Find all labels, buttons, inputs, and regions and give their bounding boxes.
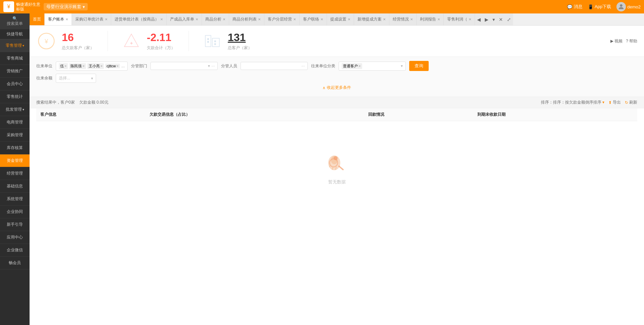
tab-profit-report[interactable]: 利润报告 ✕ — [417, 13, 444, 26]
data-table: 客户信息 欠款交易信息（占比） 回款情况 到期未收款日期 — [36, 108, 637, 121]
tab-customer-contact[interactable]: 客户联络 ✕ — [300, 13, 327, 26]
refresh-button[interactable]: ↻ 刷新 — [625, 100, 637, 105]
svg-text:✦: ✦ — [129, 40, 134, 46]
stat-debt-total: ✦ -2.11 欠款合计（万） — [121, 31, 189, 51]
help-link[interactable]: ? 帮助 — [626, 38, 637, 44]
app-download-button[interactable]: 📱 App下载 — [588, 4, 611, 10]
sidebar-item-finance[interactable]: 资金管理 — [0, 154, 30, 167]
tab-retail-profit[interactable]: 零售利润（ ✕ — [444, 13, 475, 26]
sidebar-quick-nav[interactable]: 快捷导航 — [0, 29, 30, 39]
sidebar-item-retail[interactable]: 零售管理 ▾ — [0, 39, 30, 52]
unit-category-filter-select[interactable]: 普通客户 × ▾ — [339, 62, 406, 71]
tab-promotion-settings[interactable]: 提成设置 ✕ — [327, 13, 354, 26]
tab-nav-close-all[interactable]: ✕ — [497, 13, 505, 26]
tab-nav-right[interactable]: ▶ — [483, 13, 490, 26]
tab-close-retail-profit[interactable]: ✕ — [469, 17, 471, 21]
tab-close-product-analysis[interactable]: ✕ — [223, 17, 225, 21]
tab-close-add-promotion[interactable]: ✕ — [383, 17, 386, 21]
sidebar-item-new-guide[interactable]: 新手引导 — [0, 218, 30, 231]
sidebar: 🔍 搜索菜单 快捷导航 零售管理 ▾ 零售商城 营销推广 会员中心 — [0, 13, 30, 325]
debt-label: 欠款合计（万） — [147, 45, 175, 51]
main-layout: 🔍 搜索菜单 快捷导航 零售管理 ▾ 零售商城 营销推广 会员中心 — [0, 13, 644, 325]
sidebar-item-inventory[interactable]: 库存核算 — [0, 142, 30, 154]
user-menu[interactable]: demo2 — [616, 2, 641, 11]
unit-tag-wang-close[interactable]: × — [100, 64, 102, 68]
sidebar-item-wholesale[interactable]: 批发管理 ▾ — [0, 103, 30, 116]
sidebar-item-vip-member[interactable]: 畅会员 — [0, 257, 30, 269]
tab-home[interactable]: 首页 — [30, 13, 45, 26]
tab-nav-menu[interactable]: ▾ — [490, 13, 497, 26]
unit-tags-more[interactable]: ... — [121, 64, 125, 68]
tab-customer-segment[interactable]: 客户分层经营 ✕ — [264, 13, 300, 26]
unit-filter-select[interactable]: 伍 × 陈民强 × 王小亮 × cjttcw × ... — [56, 62, 128, 71]
tab-close-operation-status[interactable]: ✕ — [410, 17, 413, 21]
person-filter-input[interactable] — [244, 64, 300, 68]
sidebar-item-retail-mall[interactable]: 零售商城 — [0, 52, 30, 65]
sidebar-item-purchase[interactable]: 采购管理 — [0, 129, 30, 142]
sidebar-search[interactable]: 🔍 搜索菜单 — [0, 13, 30, 29]
more-options-icon2: ··· — [301, 64, 305, 68]
tab-close-inbound-stats[interactable]: ✕ — [160, 17, 163, 21]
person-filter-select[interactable]: ··· — [241, 62, 308, 70]
empty-state: 暂无数据 — [36, 121, 637, 212]
tab-operation-status[interactable]: 经营情况 ✕ — [389, 13, 417, 26]
message-button[interactable]: 💬 消息 — [567, 4, 583, 10]
unit-tag-chen: 陈民强 × — [69, 63, 86, 69]
department-filter-select[interactable]: ▾ ··· — [151, 62, 218, 70]
tab-product-analysis[interactable]: 商品分析 ✕ — [202, 13, 229, 26]
tab-bar: 首页 客户账本 ✕ 采购订单统计表 ✕ 进货单统计表（按商品） ✕ 产成品入库单… — [30, 13, 644, 26]
unit-tag-chen-close[interactable]: × — [82, 64, 84, 68]
tab-close-product-inbound[interactable]: ✕ — [196, 17, 198, 21]
sidebar-item-ecommerce[interactable]: 电商管理 — [0, 116, 30, 129]
department-filter-input[interactable] — [154, 64, 207, 68]
debt-value: -2.11 — [147, 31, 175, 44]
export-button[interactable]: ⬆ 导出 — [608, 100, 621, 105]
tab-close-product-analysis-list[interactable]: ✕ — [258, 17, 261, 21]
tab-inbound-stats[interactable]: 进货单统计表（按商品） ✕ — [111, 13, 167, 26]
top-bar: ¥ 畅捷通好生意 标版 母婴行业演示账套 ▾ 💬 消息 📱 App下载 — [0, 0, 644, 13]
avatar — [616, 2, 626, 11]
stat-debtor-info: 16 总欠款客户（家） — [62, 31, 94, 51]
tab-close-purchase-order[interactable]: ✕ — [105, 17, 108, 21]
stat-debt-info: -2.11 欠款合计（万） — [147, 31, 175, 51]
tab-close-customer-contact[interactable]: ✕ — [320, 17, 323, 21]
sidebar-item-enterprise-wechat[interactable]: 企业微信 — [0, 244, 30, 257]
unit-tag-wu-close[interactable]: × — [65, 64, 67, 68]
page-content: ¥ 16 总欠款客户（家） ✦ — [30, 26, 644, 325]
unit-tag-cjttcw-close[interactable]: × — [117, 64, 119, 68]
sidebar-item-retail-stats[interactable]: 零售统计 — [0, 91, 30, 103]
sidebar-item-basic-info[interactable]: 基础信息 — [0, 180, 30, 193]
collapse-button[interactable]: ∧ 收起更多条件 — [323, 85, 351, 91]
chevron-up-icon: ∧ — [323, 85, 326, 90]
tab-add-promotion[interactable]: 新增提成方案 ✕ — [354, 13, 389, 26]
chevron-down-icon: ▾ — [208, 64, 210, 68]
department-filter-label: 分管部门 — [131, 63, 147, 69]
tab-product-inbound[interactable]: 产成品入库单 ✕ — [167, 13, 202, 26]
tab-product-analysis-list[interactable]: 商品分析列表 ✕ — [229, 13, 264, 26]
sidebar-item-operation[interactable]: 经营管理 — [0, 167, 30, 180]
sort-chevron-icon: ▾ — [602, 100, 604, 105]
sidebar-item-system[interactable]: 系统管理 — [0, 193, 30, 206]
tab-close-customer-segment[interactable]: ✕ — [293, 17, 296, 21]
tab-close-promotion-settings[interactable]: ✕ — [348, 17, 350, 21]
empty-icon — [324, 148, 350, 175]
sidebar-item-enterprise-collab[interactable]: 企业协同 — [0, 206, 30, 218]
tab-nav-left[interactable]: ◀ — [475, 13, 483, 26]
video-link[interactable]: ▶ 视频 — [610, 38, 622, 44]
store-selector[interactable]: 母婴行业演示账套 ▾ — [44, 3, 88, 10]
remaining-filter-select[interactable]: 选择... ▾ — [56, 74, 96, 83]
sidebar-item-member[interactable]: 会员中心 — [0, 78, 30, 91]
query-button[interactable]: 查询 — [409, 61, 429, 71]
unit-category-tag-close[interactable]: × — [358, 64, 360, 68]
app-container: ¥ 畅捷通好生意 标版 母婴行业演示账套 ▾ 💬 消息 📱 App下载 — [0, 0, 644, 325]
sidebar-item-marketing[interactable]: 营销推广 — [0, 65, 30, 78]
debt-total-icon: ✦ — [121, 31, 141, 51]
collapse-row: ∧ 收起更多条件 — [36, 83, 637, 93]
tab-close-customer-account[interactable]: ✕ — [66, 17, 68, 21]
tab-close-profit-report[interactable]: ✕ — [437, 17, 440, 21]
tab-customer-account[interactable]: 客户账本 ✕ — [45, 13, 72, 26]
content-area: 首页 客户账本 ✕ 采购订单统计表 ✕ 进货单统计表（按商品） ✕ 产成品入库单… — [30, 13, 644, 325]
tab-purchase-order[interactable]: 采购订单统计表 ✕ — [72, 13, 111, 26]
sidebar-item-app-center[interactable]: 应用中心 — [0, 231, 30, 244]
tab-nav-fullscreen[interactable]: ⤢ — [505, 13, 513, 26]
